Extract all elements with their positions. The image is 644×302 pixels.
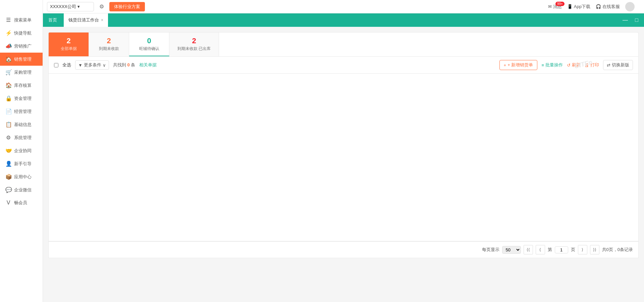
sidebar-item-appstore[interactable]: 📦 应用中心 — [0, 170, 43, 183]
tab-qianghuo[interactable]: 钱货日清工作台 × — [64, 13, 108, 27]
first-page-button[interactable]: ⟨⟨ — [524, 245, 533, 254]
stats-tab-overdue[interactable]: 2 到期未收款 — [89, 33, 129, 56]
sidebar-item-member[interactable]: V 畅会员 — [0, 196, 43, 209]
switch-icon: ⇄ — [607, 63, 610, 68]
filter-button[interactable]: ▼ 更多条件 ∨ — [75, 60, 109, 70]
company-selector[interactable]: XXXXXX公司 ▾ — [47, 2, 94, 11]
stats-tab-shipped-label: 到期未收款 已出库 — [177, 46, 211, 52]
stats-tab-all[interactable]: 2 全部单据 — [49, 33, 89, 56]
stats-tab-all-label: 全部单据 — [57, 46, 80, 52]
batch-button[interactable]: ≡ 批量操作 — [541, 62, 563, 68]
app-download-button[interactable]: 📱 App下载 — [567, 4, 590, 10]
sidebar-item-sales[interactable]: 🏠 销售管理 — [0, 53, 43, 66]
toolbar: 全选 ▼ 更多条件 ∨ 共找到 0 条 相关单据 + + 新增销货单 ≡ 批量操… — [48, 57, 639, 74]
sidebar-item-finance[interactable]: 🔒 资金管理 — [0, 92, 43, 105]
prev-page-button[interactable]: ⟨ — [536, 245, 545, 254]
search-menu-icon: ☰ — [5, 17, 11, 23]
last-page-button[interactable]: ⟩⟩ — [590, 245, 599, 254]
headset-icon: 🎧 — [596, 4, 601, 9]
sidebar-item-enterprise[interactable]: 🤝 企业协同 — [0, 144, 43, 157]
stats-tab-shipped[interactable]: 2 到期未收款 已出库 — [169, 33, 219, 56]
sidebar-item-label: 快捷导航 — [14, 30, 32, 36]
tab-home[interactable]: 首页 — [43, 13, 62, 27]
member-icon: V — [5, 200, 11, 206]
sidebar-item-basic[interactable]: 📋 基础信息 — [0, 118, 43, 131]
tab-minimize-button[interactable]: — — [621, 15, 630, 25]
sidebar-item-search-menu[interactable]: ☰ 搜索菜单 — [0, 13, 43, 26]
company-name: XXXXXX公司 — [50, 4, 76, 10]
sidebar-item-label: 企业微信 — [14, 187, 32, 193]
table-area — [48, 74, 639, 241]
gear-icon: ⚙ — [99, 3, 104, 10]
pagination: 每页显示 50 100 200 ⟨⟨ ⟨ 第 页 ⟩ ⟩⟩ 共0页，0条记录 — [48, 241, 639, 258]
stats-tab-wangfu[interactable]: 0 旺辅待确认 — [129, 33, 169, 56]
sidebar-item-system[interactable]: ⚙ 系统管理 — [0, 131, 43, 144]
per-page-select[interactable]: 50 100 200 — [502, 246, 521, 254]
sidebar-item-operation[interactable]: 📄 经营管理 — [0, 105, 43, 118]
experience-button[interactable]: 体验行业方案 — [109, 2, 145, 11]
refresh-icon: ↺ — [567, 63, 571, 68]
filter-label: 更多条件 — [84, 62, 101, 68]
select-all-label: 全选 — [62, 62, 71, 68]
sidebar-item-marketing[interactable]: 📣 营销推广 — [0, 40, 43, 53]
print-button[interactable]: 🖨 打印 — [585, 62, 599, 68]
page-label: 第 — [548, 247, 552, 253]
filter-icon: ▼ — [78, 63, 83, 68]
tab-maximize-button[interactable]: □ — [632, 15, 641, 25]
tab-close-icon[interactable]: × — [101, 18, 103, 22]
enterprise-icon: 🤝 — [5, 147, 11, 154]
message-icon: ✉ — [548, 4, 552, 9]
sidebar-item-label: 营销推广 — [14, 43, 32, 49]
sidebar-item-label: 系统管理 — [14, 135, 32, 141]
operation-icon: 📄 — [5, 108, 11, 115]
sidebar-item-label: 新手引导 — [14, 161, 32, 167]
print-icon: 🖨 — [585, 63, 589, 68]
minimize-icon: — — [623, 17, 628, 23]
add-icon: + — [504, 63, 506, 68]
found-count: 0 — [127, 62, 130, 67]
select-all-checkbox[interactable] — [54, 63, 58, 67]
topbar: 6 畅捷通好生意 标准版 XXXXXX公司 ▾ ⚙ 体验行业方案 ✉ 消息 99… — [0, 0, 644, 13]
toolbar-actions: + + 新增销货单 ≡ 批量操作 ↺ 刷新 🖨 打印 ⇄ 切换新版 — [499, 60, 633, 70]
message-badge: 99+ — [555, 2, 565, 6]
stats-tabs: 2 全部单据 2 到期未收款 0 旺辅待确认 2 到期未收款 已出库 — [48, 32, 639, 57]
appstore-icon: 📦 — [5, 174, 11, 180]
sidebar-item-wechat[interactable]: 💬 企业微信 — [0, 183, 43, 196]
stats-tab-overdue-num: 2 — [97, 37, 121, 45]
tabbar: 首页 钱货日清工作台 × — □ — [43, 13, 644, 27]
next-page-button[interactable]: ⟩ — [578, 245, 587, 254]
switch-version-button[interactable]: ⇄ 切换新版 — [603, 60, 633, 70]
purchase-icon: 🛒 — [5, 69, 11, 75]
avatar[interactable] — [625, 2, 635, 11]
message-button[interactable]: ✉ 消息 99+ — [548, 4, 562, 10]
found-summary: 共找到 0 条 — [113, 62, 135, 68]
related-orders-link[interactable]: 相关单据 — [139, 62, 157, 68]
sidebar-item-label: 资金管理 — [14, 96, 32, 102]
sidebar-item-label: 经营管理 — [14, 109, 32, 115]
company-dropdown-icon: ▾ — [77, 4, 80, 9]
sidebar: ☰ 搜索菜单 ⚡ 快捷导航 📣 营销推广 🏠 销售管理 🛒 采购管理 🏠 库存核… — [0, 0, 43, 302]
sidebar-item-label: 应用中心 — [14, 174, 32, 180]
total-info: 共0页，0条记录 — [602, 247, 633, 253]
stats-tab-wangfu-num: 0 — [137, 37, 161, 45]
sidebar-item-purchase[interactable]: 🛒 采购管理 — [0, 66, 43, 79]
sidebar-item-label: 企业协同 — [14, 148, 32, 154]
batch-icon: ≡ — [541, 63, 544, 68]
per-page-label: 每页显示 — [482, 247, 499, 253]
sidebar-item-quick-nav[interactable]: ⚡ 快捷导航 — [0, 26, 43, 40]
settings-button[interactable]: ⚙ — [97, 2, 107, 12]
sidebar-item-label: 基础信息 — [14, 122, 32, 128]
refresh-button[interactable]: ↺ 刷新 — [567, 62, 581, 68]
page-input[interactable] — [555, 246, 568, 253]
next-page-icon: ⟩ — [582, 247, 583, 252]
sidebar-item-label: 销售管理 — [14, 56, 32, 62]
filter-dropdown-icon: ∨ — [103, 63, 106, 68]
online-service-button[interactable]: 🎧 在线客服 — [596, 4, 620, 10]
marketing-icon: 📣 — [5, 43, 11, 49]
first-page-icon: ⟨⟨ — [527, 247, 530, 252]
sidebar-item-newbie[interactable]: 👤 新手引导 — [0, 157, 43, 170]
inventory-icon: 🏠 — [5, 82, 11, 88]
basic-icon: 📋 — [5, 121, 11, 128]
add-order-button[interactable]: + + 新增销货单 — [499, 60, 538, 70]
sidebar-item-inventory[interactable]: 🏠 库存核算 — [0, 79, 43, 92]
